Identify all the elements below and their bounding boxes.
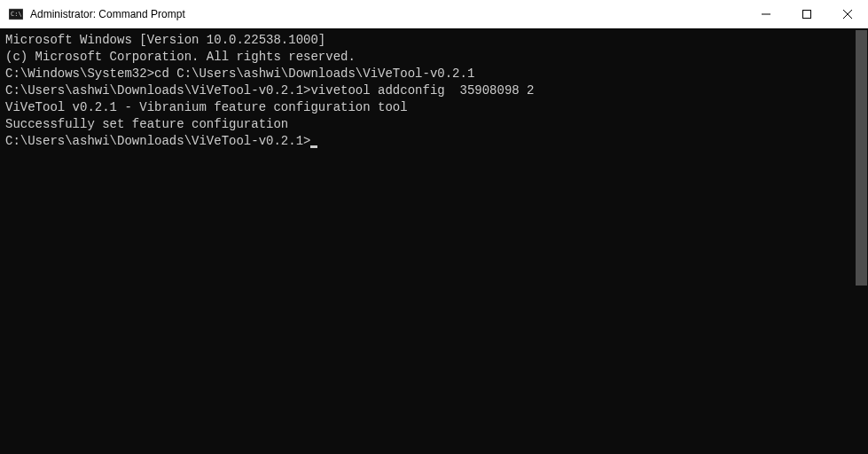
window-controls: [746, 0, 868, 27]
svg-text:C:\: C:\: [11, 11, 22, 18]
svg-rect-3: [803, 11, 811, 19]
terminal-line: ViVeTool v0.2.1 - Vibranium feature conf…: [5, 99, 849, 116]
terminal-output[interactable]: Microsoft Windows [Version 10.0.22538.10…: [0, 28, 855, 454]
command-prompt-window: C:\ Administrator: Command Prompt Micros…: [0, 0, 868, 454]
scrollbar-thumb[interactable]: [856, 30, 867, 286]
close-button[interactable]: [827, 0, 868, 28]
cmd-icon: C:\: [9, 7, 23, 21]
terminal-line: (c) Microsoft Corporation. All rights re…: [5, 49, 849, 66]
terminal-area: Microsoft Windows [Version 10.0.22538.10…: [0, 28, 868, 454]
terminal-line: Successfully set feature configuration: [5, 116, 849, 133]
terminal-line: C:\Users\ashwi\Downloads\ViVeTool-v0.2.1…: [5, 82, 849, 99]
terminal-line: Microsoft Windows [Version 10.0.22538.10…: [5, 32, 849, 49]
maximize-button[interactable]: [786, 0, 827, 28]
scrollbar[interactable]: [855, 28, 868, 454]
minimize-button[interactable]: [746, 0, 786, 28]
cursor: [310, 145, 317, 148]
window-title: Administrator: Command Prompt: [30, 8, 746, 20]
titlebar[interactable]: C:\ Administrator: Command Prompt: [0, 0, 868, 28]
terminal-line: C:\Users\ashwi\Downloads\ViVeTool-v0.2.1…: [5, 133, 849, 150]
terminal-line: C:\Windows\System32>cd C:\Users\ashwi\Do…: [5, 66, 849, 82]
